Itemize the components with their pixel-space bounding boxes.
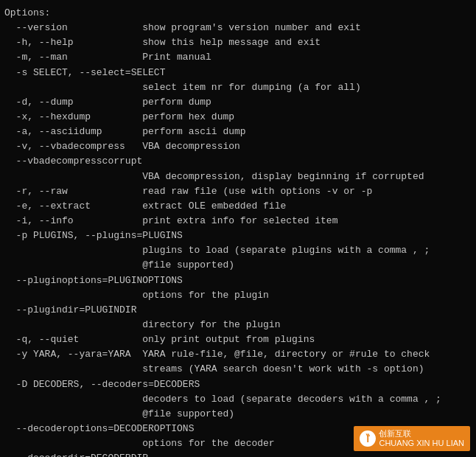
terminal-output: Options: --version show program's versio… bbox=[0, 0, 476, 457]
watermark-icon: ȉ bbox=[360, 430, 376, 447]
watermark-text: 创新互联 CHUANG XIN HU LIAN bbox=[379, 429, 464, 448]
watermark-line1: 创新互联 bbox=[379, 429, 464, 439]
watermark-line2: CHUANG XIN HU LIAN bbox=[379, 439, 464, 448]
watermark: ȉ 创新互联 CHUANG XIN HU LIAN bbox=[354, 426, 470, 451]
